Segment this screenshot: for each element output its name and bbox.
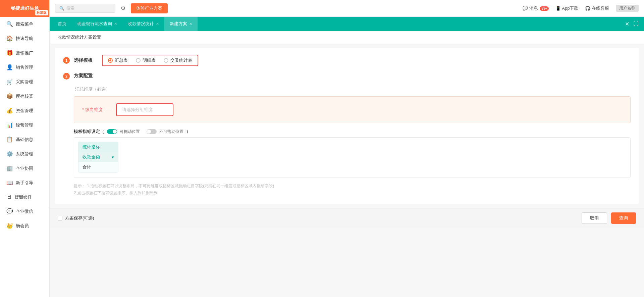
- cancel-button[interactable]: 取消: [582, 212, 607, 224]
- settings-icon[interactable]: ⚙: [121, 5, 125, 11]
- draggable-label: 可拖动位置: [120, 129, 140, 135]
- arrow-icon: —: [107, 107, 112, 113]
- sidebar-item-label: 采购管理: [16, 79, 33, 85]
- radio-detail-circle: [136, 58, 141, 63]
- sidebar-item-wechat[interactable]: 💬 企业微信: [0, 204, 49, 218]
- bottom-bar: 方案保存(可选) 取消 查询: [50, 208, 644, 228]
- message-item[interactable]: 💬 消息 99+: [523, 5, 549, 11]
- gear-icon: ⚙️: [6, 151, 13, 157]
- search-box[interactable]: 🔍 搜索: [55, 4, 115, 13]
- industry-plan-button[interactable]: 体验行业方案: [131, 3, 168, 13]
- hint-section: 提示： 1.拖动标题栏可以调整布局，不可跨维度或指标区域拖动栏目字段(只能在同一…: [74, 183, 631, 196]
- search-menu-icon: 🔍: [6, 21, 13, 27]
- breadcrumb: 收款情况统计方案设置: [58, 35, 101, 40]
- sidebar-item-operations[interactable]: 📊 经营管理: [0, 118, 49, 132]
- tab-collection-stat[interactable]: 收款情况统计 ✕: [122, 17, 164, 31]
- sidebar-item-member[interactable]: 👑 畅会员: [0, 218, 49, 233]
- logo-text: 畅捷通好生意: [11, 5, 39, 11]
- sidebar-item-purchase[interactable]: 🛒 采购管理: [0, 75, 49, 89]
- save-checkbox[interactable]: [58, 216, 62, 220]
- topbar: 🔍 搜索 ⚙ 体验行业方案 💬 消息 99+ 📱 App下载 🎧 在线客服 用户…: [50, 0, 644, 17]
- topbar-right: 💬 消息 99+ 📱 App下载 🎧 在线客服 用户名称: [523, 5, 639, 12]
- tab-home[interactable]: 首页: [52, 17, 72, 31]
- sidebar-item-guide[interactable]: 📖 新手引导: [0, 176, 49, 190]
- total-label: 合计: [83, 164, 91, 169]
- dimension-selector[interactable]: 请选择分组维度: [116, 103, 173, 116]
- page-content: 收款情况统计方案设置 1 选择模板 汇总表 明细表: [50, 31, 644, 297]
- non-draggable-toggle[interactable]: [147, 129, 157, 134]
- step2-label: 方案配置: [74, 73, 93, 79]
- sidebar-item-basic-info[interactable]: 📋 基础信息: [0, 132, 49, 147]
- toggle-dot2: [147, 130, 151, 134]
- sidebar-item-label: 系统管理: [16, 151, 33, 157]
- user-icon: 👤: [6, 64, 13, 70]
- sidebar-item-label: 营销推广: [16, 50, 33, 56]
- dimension-placeholder: 请选择分组维度: [122, 107, 153, 112]
- dimension-area: * 纵向维度 — 请选择分组维度: [74, 96, 631, 123]
- radio-summary-circle: [108, 58, 113, 63]
- app-download[interactable]: 📱 App下载: [555, 5, 578, 11]
- collection-amount-label: 收款金额: [83, 154, 100, 160]
- sidebar-item-quick-nav[interactable]: 🏠 快速导航: [0, 31, 49, 46]
- user-avatar[interactable]: 用户名称: [616, 5, 639, 12]
- sidebar-item-inventory[interactable]: 📦 库存核算: [0, 89, 49, 103]
- online-service[interactable]: 🎧 在线客服: [585, 5, 609, 11]
- sidebar-item-label: 企业协同: [16, 165, 33, 171]
- query-button[interactable]: 查询: [611, 212, 636, 224]
- sidebar-item-hardware[interactable]: 🖥 智能硬件: [0, 190, 49, 204]
- sidebar-item-label: 库存核算: [16, 93, 33, 99]
- sidebar-item-label: 企业微信: [16, 208, 33, 214]
- metrics-box: 统计指标 收款金额 ▾ 合计: [74, 137, 631, 178]
- vertical-dim-label: * 纵向维度: [82, 107, 103, 113]
- stat-category-title: 统计指标: [83, 144, 100, 150]
- radio-detail-label: 明细表: [143, 57, 156, 63]
- draggable-toggle[interactable]: [107, 129, 117, 134]
- dropdown-icon: ▾: [112, 155, 114, 160]
- step1-number: 1: [63, 57, 70, 64]
- stat-total-row: 合计: [78, 162, 118, 172]
- search-icon: 🔍: [59, 6, 64, 11]
- sidebar-item-system[interactable]: ⚙️ 系统管理: [0, 147, 49, 161]
- sidebar-item-label: 快速导航: [16, 36, 33, 42]
- sidebar-item-search-menu[interactable]: 🔍 搜索菜单: [0, 17, 49, 31]
- expand-window-icon[interactable]: ⛶: [633, 21, 639, 27]
- tab-collection-stat-close[interactable]: ✕: [156, 22, 159, 26]
- collection-amount-column[interactable]: 收款金额 ▾: [78, 152, 118, 162]
- book-icon: 📖: [6, 180, 13, 186]
- chart-icon: 📊: [6, 122, 13, 128]
- tab-bank-flow[interactable]: 现金银行流水查询 ✕: [72, 17, 122, 31]
- sidebar-logo: 畅捷通好生意 标准版: [0, 0, 49, 17]
- close-window-icon[interactable]: ✕: [625, 21, 629, 27]
- tab-bank-flow-close[interactable]: ✕: [114, 22, 117, 26]
- sidebar-item-label: 智能硬件: [14, 194, 32, 200]
- main-area: 🔍 搜索 ⚙ 体验行业方案 💬 消息 99+ 📱 App下载 🎧 在线客服 用户…: [50, 0, 644, 297]
- message-badge: 99+: [540, 6, 549, 11]
- tab-new-plan-label: 新建方案: [170, 21, 187, 27]
- sidebar-item-label: 新手引导: [16, 180, 33, 186]
- page-header: 收款情况统计方案设置: [50, 31, 644, 44]
- money-icon: 💰: [6, 107, 13, 114]
- metrics-title-suffix: ）: [186, 129, 191, 135]
- radio-summary-label: 汇总表: [115, 57, 128, 63]
- radio-summary[interactable]: 汇总表: [108, 57, 128, 63]
- sidebar-item-finance[interactable]: 💰 资金管理: [0, 103, 49, 118]
- tab-new-plan-close[interactable]: ✕: [189, 22, 192, 26]
- gift-icon: 🎁: [6, 50, 13, 56]
- step2-row: 2 方案配置: [63, 73, 631, 80]
- chat-icon: 💬: [6, 208, 13, 214]
- radio-cross-circle: [164, 58, 168, 63]
- tab-new-plan[interactable]: 新建方案 ✕: [164, 17, 198, 31]
- form-section: 1 选择模板 汇总表 明细表 交叉统计表: [55, 48, 639, 204]
- sidebar-item-enterprise[interactable]: 🏢 企业协同: [0, 161, 49, 176]
- sidebar-item-marketing[interactable]: 🎁 营销推广: [0, 46, 49, 60]
- radio-cross[interactable]: 交叉统计表: [164, 57, 192, 63]
- radio-cross-label: 交叉统计表: [170, 57, 192, 63]
- clipboard-icon: 📋: [6, 136, 13, 143]
- sidebar-item-label: 资金管理: [16, 108, 33, 114]
- box-icon: 📦: [6, 93, 13, 99]
- metrics-title-prefix: 模板指标设定（: [74, 129, 104, 135]
- radio-detail[interactable]: 明细表: [136, 57, 156, 63]
- sidebar-item-sales[interactable]: 👤 销售管理: [0, 60, 49, 75]
- home-icon: 🏠: [6, 35, 13, 42]
- tab-actions: ✕ ⛶: [625, 21, 641, 27]
